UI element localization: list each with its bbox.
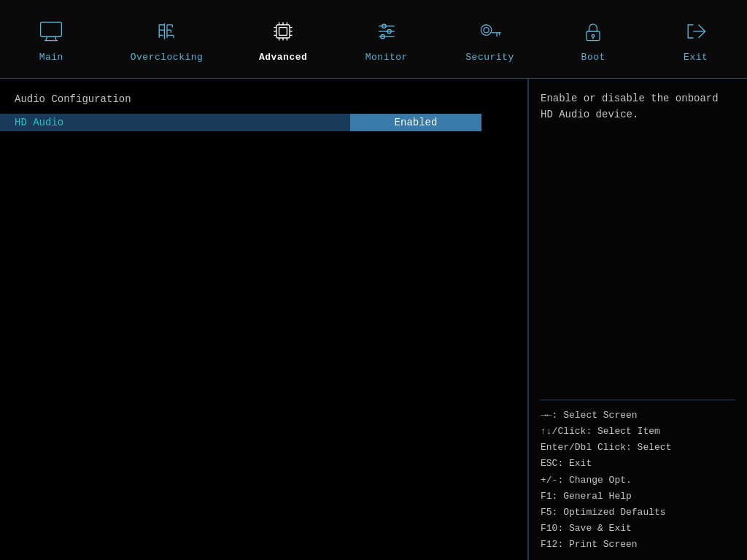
- svg-line-1: [46, 36, 47, 40]
- help-text: →←: Select Screen↑↓/Click: Select ItemEn…: [541, 408, 735, 560]
- nav-advanced[interactable]: Advanced: [246, 12, 320, 67]
- nav-boot-label: Boot: [581, 52, 605, 63]
- help-line: F10: Save & Exit: [541, 521, 735, 537]
- nav-security-label: Security: [465, 52, 514, 63]
- nav-main-label: Main: [39, 52, 63, 63]
- chip-icon: [268, 17, 298, 46]
- hd-audio-label: HD Audio: [0, 114, 350, 131]
- svg-rect-0: [41, 22, 62, 36]
- main-content: Audio Configuration HD Audio Enabled Ena…: [0, 79, 747, 560]
- nav-overclocking-label: Overclocking: [131, 52, 204, 63]
- exit-icon: [681, 17, 711, 46]
- nav-overclocking[interactable]: Overclocking: [117, 12, 217, 67]
- svg-point-30: [481, 25, 491, 35]
- navigation-bar: Main Overclocking: [0, 0, 747, 79]
- right-panel: Enable or disable the onboard HD Audio d…: [528, 79, 747, 560]
- help-line: Enter/Dbl Click: Select: [541, 440, 735, 456]
- lock-icon: [578, 17, 608, 46]
- help-line: →←: Select Screen: [541, 408, 735, 424]
- nav-monitor[interactable]: Monitor: [350, 12, 423, 67]
- left-panel: Audio Configuration HD Audio Enabled: [0, 79, 528, 560]
- nav-exit-label: Exit: [684, 52, 708, 63]
- nav-advanced-label: Advanced: [259, 52, 307, 63]
- help-line: F5: Optimized Defaults: [541, 505, 735, 521]
- sliders-icon: [372, 17, 401, 46]
- svg-line-2: [55, 36, 57, 40]
- nav-exit[interactable]: Exit: [659, 12, 732, 67]
- help-line: F1: General Help: [541, 489, 735, 505]
- hd-audio-value[interactable]: Enabled: [350, 114, 481, 131]
- help-divider: [541, 400, 735, 400]
- monitor-icon: [36, 17, 66, 46]
- svg-rect-11: [279, 28, 287, 36]
- nav-main[interactable]: Main: [15, 12, 88, 67]
- overclocking-icon: [152, 17, 182, 46]
- help-line: F12: Print Screen: [541, 537, 735, 553]
- nav-monitor-label: Monitor: [365, 52, 408, 63]
- description-text: Enable or disable the onboard HD Audio d…: [541, 90, 735, 392]
- key-icon: [476, 17, 505, 46]
- nav-security[interactable]: Security: [452, 12, 527, 67]
- nav-boot[interactable]: Boot: [557, 12, 630, 67]
- section-title: Audio Configuration: [0, 90, 527, 108]
- help-line: ↑↓/Click: Select Item: [541, 424, 735, 440]
- help-line: ESC: Exit: [541, 456, 735, 472]
- svg-rect-10: [276, 25, 290, 38]
- help-line: +/-: Change Opt.: [541, 472, 735, 489]
- svg-point-31: [484, 28, 489, 33]
- hd-audio-row[interactable]: HD Audio Enabled: [0, 112, 527, 133]
- svg-point-36: [592, 35, 595, 38]
